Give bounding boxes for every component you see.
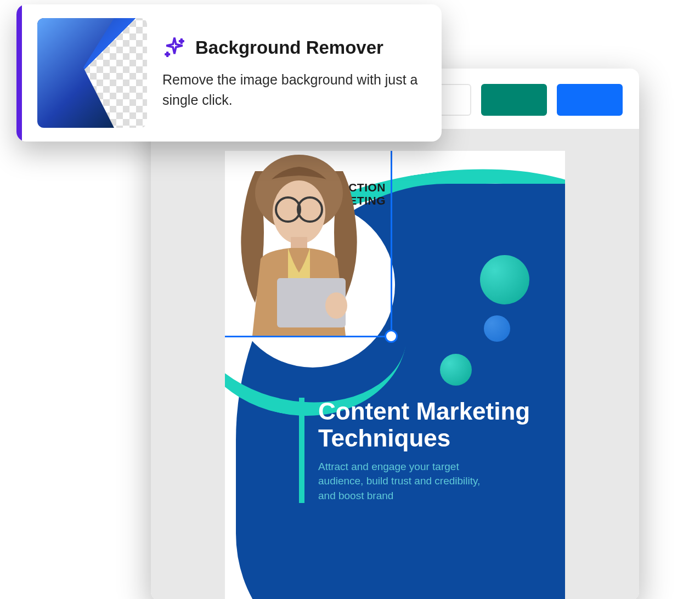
- popup-description: Remove the image background with just a …: [162, 70, 425, 111]
- resize-handle-bottom-right[interactable]: [385, 330, 398, 343]
- svg-point-7: [325, 292, 347, 319]
- decorative-circle-teal-small: [440, 354, 472, 386]
- person-illustration: [225, 151, 376, 336]
- popup-thumbnail: [37, 18, 147, 128]
- content-block[interactable]: Content Marketing Techniques Attract and…: [299, 398, 565, 503]
- decorative-circle-blue: [484, 315, 510, 342]
- person-photo[interactable]: [225, 151, 391, 336]
- decorative-circle-teal-large: [480, 255, 529, 304]
- popup-accent-bar: [16, 4, 22, 142]
- canvas-area[interactable]: RECTION RKETING: [151, 129, 639, 599]
- popup-title: Background Remover: [195, 37, 383, 58]
- document-title: Content Marketing Techniques: [318, 398, 565, 452]
- popup-content: Background Remover Remove the image back…: [162, 36, 425, 111]
- selected-image-bounding-box[interactable]: [225, 151, 392, 337]
- editor-window: RECTION RKETING: [151, 69, 639, 599]
- feature-popup-card[interactable]: Background Remover Remove the image back…: [16, 4, 442, 142]
- color-swatch-teal[interactable]: [481, 84, 547, 116]
- document-page[interactable]: RECTION RKETING: [225, 151, 565, 599]
- color-swatch-blue[interactable]: [557, 84, 623, 116]
- document-subtitle: Attract and engage your target audience,…: [318, 460, 494, 504]
- sparkle-icon: [162, 36, 187, 60]
